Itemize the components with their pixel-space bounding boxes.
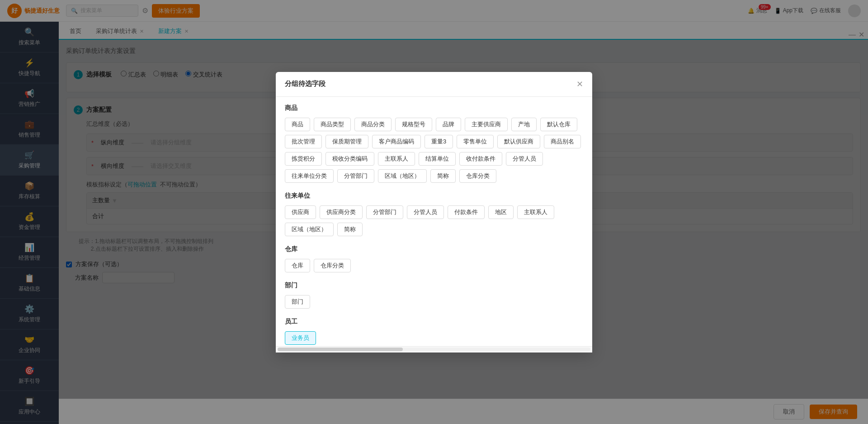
field-group-warehouse-title: 仓库 <box>285 245 583 253</box>
field-tags-product: 商品 商品类型 商品分类 规格型号 品牌 主要供应商 产地 默认仓库 批次管理 … <box>285 118 583 183</box>
field-tag-short-name[interactable]: 简称 <box>430 169 456 183</box>
field-tag-dept2[interactable]: 分管部门 <box>366 205 403 219</box>
field-tag-supplier-category[interactable]: 供应商分类 <box>320 205 363 219</box>
field-tags-employee: 业务员 <box>285 331 583 345</box>
field-tag-tax-code[interactable]: 税收分类编码 <box>326 152 374 166</box>
field-tag-main-contact2[interactable]: 主联系人 <box>517 205 554 219</box>
modal-close-button[interactable]: ✕ <box>576 79 583 89</box>
field-tag-commodity[interactable]: 商品 <box>285 118 310 131</box>
field-tag-payment-terms[interactable]: 收付款条件 <box>459 152 502 166</box>
field-tag-settlement-unit[interactable]: 结算单位 <box>419 152 456 166</box>
field-tag-origin[interactable]: 产地 <box>511 118 537 131</box>
field-tag-customer-code[interactable]: 客户商品编码 <box>372 135 421 148</box>
field-tag-region-area[interactable]: 区域（地区） <box>378 169 427 183</box>
modal-header: 分组待选字段 ✕ <box>276 72 592 97</box>
field-tag-warehouse-cat[interactable]: 仓库分类 <box>314 259 351 272</box>
field-tag-region-area2[interactable]: 区域（地区） <box>285 223 334 236</box>
field-tag-brand[interactable]: 品牌 <box>436 118 461 131</box>
field-tag-warehouse[interactable]: 仓库 <box>285 259 310 272</box>
field-tag-pick-score[interactable]: 拣货积分 <box>285 152 322 166</box>
modal-horizontal-scrollbar[interactable] <box>276 346 592 352</box>
field-group-department-title: 部门 <box>285 281 583 290</box>
field-tags-department: 部门 <box>285 295 583 309</box>
field-tag-commodity-category[interactable]: 商品分类 <box>354 118 392 131</box>
field-tag-weight3[interactable]: 重量3 <box>425 135 453 148</box>
field-tag-batch-mgmt[interactable]: 批次管理 <box>285 135 322 148</box>
field-tag-dept[interactable]: 部门 <box>285 295 310 309</box>
field-group-warehouse: 仓库 仓库 仓库分类 <box>285 245 583 272</box>
modal-title: 分组待选字段 <box>285 80 326 88</box>
field-tag-payment-condition[interactable]: 付款条件 <box>448 205 485 219</box>
field-group-product-title: 商品 <box>285 104 583 112</box>
field-group-counterpart-title: 往来单位 <box>285 192 583 200</box>
field-tags-warehouse: 仓库 仓库分类 <box>285 259 583 272</box>
field-tag-warehouse-category[interactable]: 仓库分类 <box>459 169 496 183</box>
field-tag-default-supplier2[interactable]: 默认供应商 <box>497 135 540 148</box>
field-tags-counterpart: 供应商 供应商分类 分管部门 分管人员 付款条件 地区 主联系人 区域（地区） … <box>285 205 583 236</box>
modal-overlay: 分组待选字段 ✕ 商品 商品 商品类型 商品分类 规格型号 品牌 主要供应商 产… <box>0 0 868 424</box>
field-tag-alias[interactable]: 商品别名 <box>544 135 581 148</box>
field-group-product: 商品 商品 商品类型 商品分类 规格型号 品牌 主要供应商 产地 默认仓库 批次… <box>285 104 583 183</box>
field-group-counterpart: 往来单位 供应商 供应商分类 分管部门 分管人员 付款条件 地区 主联系人 区域… <box>285 192 583 236</box>
field-tag-short-name2[interactable]: 简称 <box>337 223 363 236</box>
field-tag-commodity-type[interactable]: 商品类型 <box>314 118 351 131</box>
field-tag-source-unit-category[interactable]: 往来单位分类 <box>285 169 334 183</box>
modal-body[interactable]: 商品 商品 商品类型 商品分类 规格型号 品牌 主要供应商 产地 默认仓库 批次… <box>276 97 592 347</box>
field-group-employee-title: 员工 <box>285 318 583 326</box>
field-tag-main-contact[interactable]: 主联系人 <box>378 152 415 166</box>
field-tag-supplier[interactable]: 供应商 <box>285 205 316 219</box>
field-tag-manager[interactable]: 分管人员 <box>506 152 543 166</box>
field-tag-manager2[interactable]: 分管人员 <box>407 205 444 219</box>
field-tag-region2[interactable]: 地区 <box>488 205 514 219</box>
field-tag-main-supplier[interactable]: 主要供应商 <box>465 118 508 131</box>
field-group-employee: 员工 业务员 <box>285 318 583 345</box>
modal: 分组待选字段 ✕ 商品 商品 商品类型 商品分类 规格型号 品牌 主要供应商 产… <box>276 72 592 353</box>
field-tag-retail-unit[interactable]: 零售单位 <box>457 135 494 148</box>
field-tag-managed-dept[interactable]: 分管部门 <box>337 169 374 183</box>
field-tag-spec-type[interactable]: 规格型号 <box>395 118 432 131</box>
field-tag-salesperson[interactable]: 业务员 <box>285 331 316 345</box>
field-group-department: 部门 部门 <box>285 281 583 309</box>
field-tag-quality-mgmt[interactable]: 保质期管理 <box>326 135 368 148</box>
field-tag-default-warehouse[interactable]: 默认仓库 <box>540 118 577 131</box>
